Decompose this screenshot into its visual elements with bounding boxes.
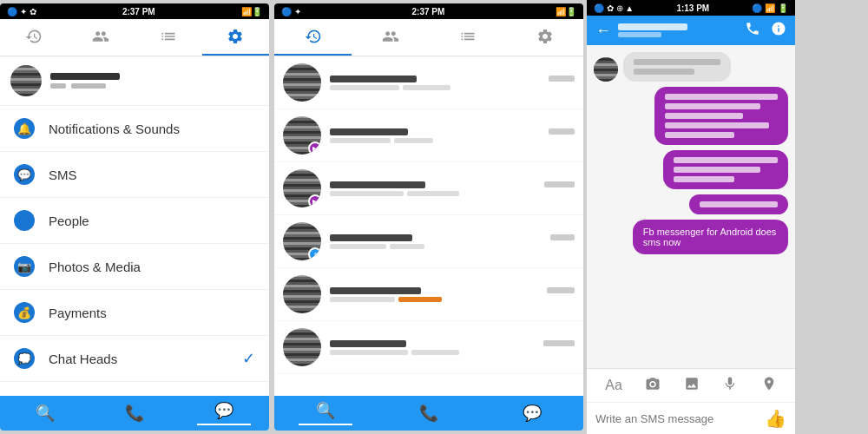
chat-info-icon[interactable] <box>771 21 786 40</box>
menu-item-photos[interactable]: 📷 Photos & Media <box>0 244 269 290</box>
conversations-list: ▶ ▶ <box>274 56 583 431</box>
people-label: People <box>49 214 255 228</box>
chat-camera-icon[interactable] <box>640 374 666 397</box>
chat-send-button[interactable]: 👍 <box>765 408 786 429</box>
chat-location-icon[interactable] <box>756 374 782 397</box>
received-text-bar-1 <box>634 59 720 65</box>
tab-list-1[interactable] <box>135 19 202 56</box>
status-icons-left-3: 🔵 ✿ ⊕ ▲ <box>594 3 634 13</box>
convo-avatar-6 <box>283 328 321 366</box>
chat-mic-icon[interactable] <box>717 374 743 397</box>
payments-icon: 💰 <box>14 302 35 323</box>
tab-settings-1[interactable] <box>202 19 270 56</box>
chat-contact-name-bar <box>618 23 687 30</box>
convo-content-3 <box>330 181 575 196</box>
bottom-chat-icon-1[interactable]: 💬 <box>197 401 251 425</box>
msg-avatar-received <box>594 57 618 82</box>
convo-name-4 <box>330 234 412 241</box>
photos-icon: 📷 <box>14 256 35 277</box>
status-bar-3: 🔵 ✿ ⊕ ▲ 1:13 PM 🔵 📶 🔋 <box>587 0 795 16</box>
convo-msg-5 <box>330 191 404 196</box>
convo-badge-4: f <box>308 247 321 260</box>
status-bar-2: 🔵 ✦ 2:37 PM 📶🔋 <box>274 3 583 19</box>
convo-msg-11 <box>330 350 408 355</box>
menu-item-sms[interactable]: 💬 SMS <box>0 152 269 198</box>
sms-label: SMS <box>49 168 255 182</box>
menu-item-payments[interactable]: 💰 Payments <box>0 290 269 336</box>
msg-received-1 <box>594 52 788 82</box>
convo-avatar-5 <box>283 275 321 313</box>
convo-avatar-1 <box>283 63 321 102</box>
notifications-icon: 🔔 <box>14 118 35 139</box>
chatheads-icon: 💭 <box>14 348 35 369</box>
status-icons-right-1: 📶🔋 <box>241 7 262 16</box>
photos-label: Photos & Media <box>49 260 255 274</box>
menu-item-people[interactable]: 👤 People <box>0 198 269 244</box>
bottom-search-icon-2[interactable]: 🔍 <box>299 401 352 425</box>
tab-recent-2[interactable] <box>274 19 352 56</box>
convo-item-4[interactable]: f <box>274 215 583 268</box>
status-icons-left: 🔵 ✦ ✿ <box>7 7 36 16</box>
menu-item-chatheads[interactable]: 💭 Chat Heads ✓ <box>0 336 269 382</box>
bottom-phone-icon-2[interactable]: 📞 <box>402 404 456 423</box>
bottom-bar-2: 🔍 📞 💬 <box>274 396 583 431</box>
menu-item-notifications[interactable]: 🔔 Notifications & Sounds <box>0 106 269 152</box>
status-icons-left-2: 🔵 ✦ <box>281 7 301 16</box>
status-icons-right-2: 📶🔋 <box>556 7 576 16</box>
chat-contact-sub-bar <box>618 32 661 37</box>
convo-msg-10 <box>398 297 442 302</box>
sms-icon: 💬 <box>14 164 35 185</box>
chat-phone-icon[interactable] <box>745 21 760 40</box>
msg-sent-2 <box>594 150 788 189</box>
msg-sms-text: Fb messenger for Android does sms now <box>643 227 776 247</box>
convo-item-3[interactable]: ▶ <box>274 162 583 215</box>
tab-groups-2[interactable] <box>352 19 429 56</box>
convo-content-4 <box>330 234 575 249</box>
msg-bubble-sent-3 <box>689 194 788 214</box>
convo-badge-2: ▶ <box>308 141 321 155</box>
convo-name-1 <box>330 76 417 82</box>
tab-recent-1[interactable] <box>0 19 68 56</box>
status-bar-1: 🔵 ✦ ✿ 2:37 PM 📶🔋 <box>0 3 269 19</box>
notifications-label: Notifications & Sounds <box>49 122 255 136</box>
back-button[interactable]: ← <box>595 22 611 40</box>
chat-image-icon[interactable] <box>679 374 705 397</box>
chat-aa-icon[interactable]: Aa <box>600 376 628 395</box>
convo-time-5 <box>547 287 575 293</box>
convo-name-6 <box>330 340 406 347</box>
msg-bubble-sent-1 <box>654 87 788 145</box>
convo-item-6[interactable] <box>274 321 583 374</box>
chatheads-label: Chat Heads <box>49 352 228 366</box>
tab-settings-2[interactable] <box>506 19 583 56</box>
convo-msg-8 <box>390 244 424 249</box>
bottom-chat-icon-2[interactable]: 💬 <box>505 404 559 423</box>
panel-chat: 🔵 ✿ ⊕ ▲ 1:13 PM 🔵 📶 🔋 ← <box>587 0 795 434</box>
convo-name-2 <box>330 128 408 135</box>
convo-item-5[interactable] <box>274 268 583 321</box>
bottom-bar-1: 🔍 📞 💬 <box>0 396 269 431</box>
chat-input-row: 👍 <box>587 403 795 434</box>
convo-time-4 <box>550 234 575 240</box>
tab-groups-1[interactable] <box>68 19 135 56</box>
nav-tabs-2 <box>274 19 583 56</box>
convo-item-2[interactable]: ▶ <box>274 109 583 162</box>
convo-msg-12 <box>411 350 459 355</box>
chat-header: ← <box>587 16 795 45</box>
bottom-phone-icon-1[interactable]: 📞 <box>108 404 161 423</box>
convo-msg-7 <box>330 244 386 249</box>
convo-name-5 <box>330 287 421 294</box>
profile-sub-bar-2 <box>71 83 106 89</box>
tab-list-2[interactable] <box>429 19 506 56</box>
profile-name-block <box>50 73 120 89</box>
msg-bubble-sent-2 <box>663 150 788 189</box>
convo-avatar-2: ▶ <box>283 116 321 155</box>
msg-sent-text-1: Fb messenger for Android does sms now <box>594 220 788 254</box>
convo-msg-4 <box>394 138 433 143</box>
bottom-search-icon-1[interactable]: 🔍 <box>18 404 72 423</box>
chat-input-area: Aa 👍 <box>587 368 795 434</box>
convo-msg-1 <box>330 85 399 90</box>
msg-sent-1 <box>594 87 788 145</box>
chat-header-icons <box>745 21 786 40</box>
chat-input-field[interactable] <box>595 412 758 425</box>
convo-item-1[interactable] <box>274 56 583 109</box>
